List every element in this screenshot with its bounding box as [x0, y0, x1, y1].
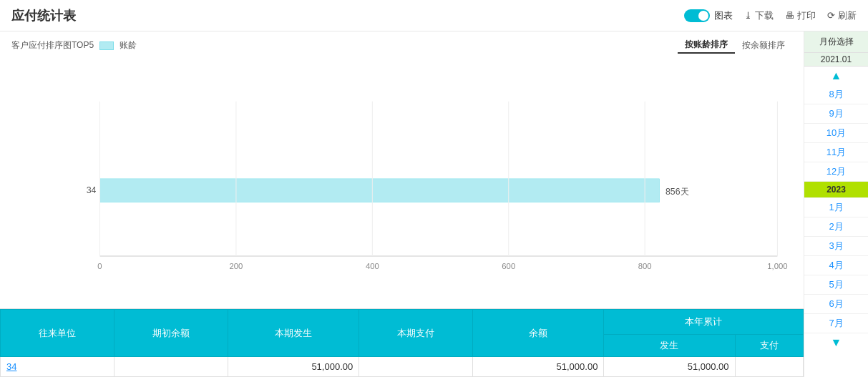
month-3[interactable]: 3月 [804, 237, 868, 256]
sidebar-year-value: 2021.01 [804, 53, 868, 67]
col-ytd-payment: 支付 [735, 335, 803, 357]
chart-area: 34 856天 0 200 400 600 800 1,000 [0, 57, 804, 308]
month-1[interactable]: 1月 [804, 198, 868, 217]
sidebar: 月份选择 2021.01 ▲ 8月 9月 10月 11月 12月 2023 1月… [804, 31, 868, 377]
print-icon: 🖶 [785, 10, 794, 21]
cell-opening-balance [114, 357, 228, 377]
print-label: 打印 [797, 9, 816, 22]
download-label: 下载 [755, 9, 774, 22]
print-button[interactable]: 🖶 打印 [785, 9, 816, 22]
col-current-payment: 本期支付 [359, 310, 473, 357]
table-section: 往来单位 期初余额 本期发生 本期支付 余额 本年累计 发生 支付 [0, 308, 804, 377]
table-wrap: 往来单位 期初余额 本期发生 本期支付 余额 本年累计 发生 支付 [0, 309, 804, 377]
cell-vendor: 34 [1, 357, 114, 377]
col-ytd-occurrence: 发生 [604, 335, 735, 357]
chart-sort-buttons: 按账龄排序 按余额排序 [678, 37, 792, 54]
cell-ytd-occurrence: 51,000.00 [604, 357, 735, 377]
download-button[interactable]: ⤓ 下载 [744, 9, 774, 22]
legend-box-label: 账龄 [120, 39, 137, 52]
chart-toggle[interactable] [684, 9, 710, 22]
cell-current-occurrence: 51,000.00 [228, 357, 359, 377]
cell-current-payment [359, 357, 473, 377]
sort-by-balance-button[interactable]: 按余额排序 [735, 37, 792, 54]
chart-toggle-label: 图表 [714, 9, 733, 22]
sort-by-amount-button[interactable]: 按账龄排序 [678, 37, 735, 54]
month-2[interactable]: 2月 [804, 217, 868, 237]
refresh-icon: ⟳ [827, 10, 835, 21]
nav-up-arrow[interactable]: ▲ [804, 67, 868, 85]
month-12[interactable]: 12月 [804, 162, 868, 182]
col-balance: 余额 [473, 310, 604, 357]
cell-balance: 51,000.00 [473, 357, 604, 377]
svg-text:34: 34 [87, 185, 97, 195]
svg-text:600: 600 [502, 262, 515, 270]
month-7[interactable]: 7月 [804, 314, 868, 333]
svg-text:856天: 856天 [665, 187, 689, 197]
header: 应付统计表 图表 ⤓ 下载 🖶 打印 ⟳ 刷新 [0, 0, 868, 31]
month-8[interactable]: 8月 [804, 85, 868, 104]
col-ytd-label: 本年累计 [604, 310, 804, 335]
month-4[interactable]: 4月 [804, 256, 868, 275]
page-title: 应付统计表 [11, 7, 76, 24]
legend-label: 客户应付排序图TOP5 [11, 39, 94, 52]
month-10[interactable]: 10月 [804, 124, 868, 143]
month-9[interactable]: 9月 [804, 104, 868, 124]
main-area: 客户应付排序图TOP5 账龄 按账龄排序 按余额排序 34 856天 [0, 31, 868, 377]
download-icon: ⤓ [744, 10, 752, 21]
svg-text:1,000: 1,000 [767, 262, 787, 270]
svg-text:400: 400 [366, 262, 379, 270]
chart-header: 客户应付排序图TOP5 账龄 按账龄排序 按余额排序 [0, 31, 804, 57]
header-actions: 图表 ⤓ 下载 🖶 打印 ⟳ 刷新 [684, 9, 857, 22]
month-6[interactable]: 6月 [804, 295, 868, 314]
chart-section: 客户应付排序图TOP5 账龄 按账龄排序 按余额排序 34 856天 [0, 31, 804, 377]
svg-rect-1 [100, 179, 660, 202]
toggle-knob [698, 11, 708, 21]
vendor-link[interactable]: 34 [6, 361, 16, 372]
legend-box [99, 41, 114, 50]
nav-down-arrow[interactable]: ▼ [804, 333, 868, 352]
chart-toggle-wrap: 图表 [684, 9, 733, 22]
month-11[interactable]: 11月 [804, 143, 868, 162]
col-opening-balance: 期初余额 [114, 310, 228, 357]
sidebar-nav: ▲ 8月 9月 10月 11月 12月 2023 1月 2月 3月 4月 5月 … [804, 67, 868, 377]
svg-text:200: 200 [229, 262, 243, 270]
sidebar-header: 月份选择 [804, 31, 868, 53]
month-5[interactable]: 5月 [804, 275, 868, 295]
bar-chart: 34 856天 0 200 400 600 800 1,000 [11, 62, 792, 303]
refresh-button[interactable]: ⟳ 刷新 [827, 9, 857, 22]
year-2023-badge[interactable]: 2023 [804, 182, 868, 198]
cell-ytd-payment [735, 357, 803, 377]
refresh-label: 刷新 [838, 9, 857, 22]
table-row: 34 51,000.00 51,000.00 51,000.00 [1, 357, 804, 377]
svg-text:800: 800 [638, 262, 652, 270]
col-vendor: 往来单位 [1, 310, 114, 357]
app-container: 应付统计表 图表 ⤓ 下载 🖶 打印 ⟳ 刷新 [0, 0, 868, 377]
svg-text:0: 0 [97, 262, 102, 270]
chart-legend: 客户应付排序图TOP5 账龄 [11, 39, 137, 52]
data-table: 往来单位 期初余额 本期发生 本期支付 余额 本年累计 发生 支付 [0, 309, 804, 377]
col-current-occurrence: 本期发生 [228, 310, 359, 357]
